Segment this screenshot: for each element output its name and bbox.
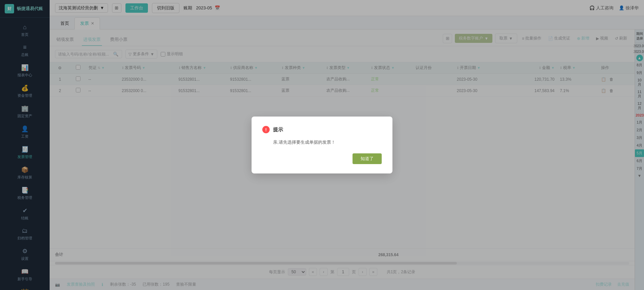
modal-warning-icon: ! [262, 126, 270, 133]
modal-message: 亲,请先选择要生成单据的发票！ [273, 140, 335, 145]
modal-dialog: ! 提示 亲,请先选择要生成单据的发票！ 知道了 [252, 117, 392, 173]
modal-overlay: ! 提示 亲,请先选择要生成单据的发票！ 知道了 [0, 0, 644, 290]
modal-header: ! 提示 [262, 126, 382, 133]
modal-footer: 知道了 [262, 153, 382, 164]
modal-ok-btn[interactable]: 知道了 [353, 153, 382, 164]
modal-body: 亲,请先选择要生成单据的发票！ [262, 139, 382, 145]
modal-title: 提示 [273, 127, 283, 133]
